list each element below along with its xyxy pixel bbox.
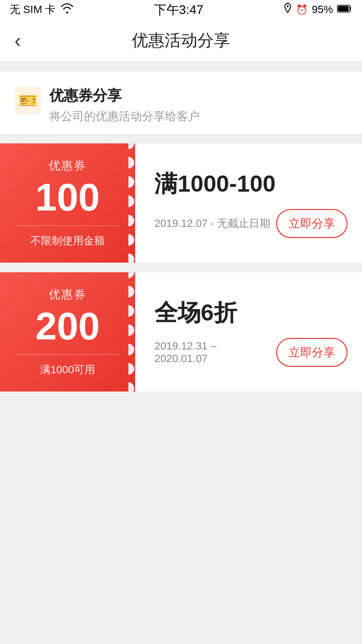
share-button-2[interactable]: 立即分享 bbox=[276, 338, 348, 367]
section-header: 🎫 优惠券分享 将公司的优惠活动分享给客户 bbox=[0, 71, 362, 134]
coupon-icon: 🎫 bbox=[18, 91, 38, 110]
coupon-date-1: 2019.12.07 - 无截止日期 bbox=[154, 216, 271, 231]
section-subtitle: 将公司的优惠活动分享给客户 bbox=[49, 109, 200, 124]
nav-title: 优惠活动分享 bbox=[132, 29, 230, 52]
coupon-right-1: 满1000-100 2019.12.07 - 无截止日期 立即分享 bbox=[135, 143, 362, 263]
empty-area bbox=[0, 411, 362, 604]
coupon-label-1: 优惠券 bbox=[49, 158, 86, 173]
section-icon: 🎫 bbox=[14, 87, 42, 114]
section-text-group: 优惠券分享 将公司的优惠活动分享给客户 bbox=[49, 86, 200, 124]
share-button-1[interactable]: 立即分享 bbox=[276, 209, 348, 238]
alarm-icon: ⏰ bbox=[296, 4, 308, 15]
coupon-bottom-row-2: 2019.12.31 – 2020.01.07 立即分享 bbox=[154, 338, 348, 367]
coupon-right-2: 全场6折 2019.12.31 – 2020.01.07 立即分享 bbox=[135, 272, 362, 392]
back-button[interactable]: ‹ bbox=[14, 31, 21, 50]
location-icon bbox=[283, 3, 292, 16]
battery-percent: 95% bbox=[312, 3, 333, 16]
coupon-bottom-row-1: 2019.12.07 - 无截止日期 立即分享 bbox=[154, 209, 348, 238]
status-right: ⏰ 95% bbox=[283, 3, 352, 16]
coupon-amount-1: 100 bbox=[35, 178, 99, 217]
section-title: 优惠券分享 bbox=[49, 86, 200, 106]
coupon-condition-1: 不限制使用金额 bbox=[30, 234, 105, 248]
coupon-card-1: 优惠券 100 不限制使用金额 满1000-100 2019.12.07 - 无… bbox=[0, 143, 362, 263]
svg-point-0 bbox=[287, 5, 289, 7]
coupon-list: 优惠券 100 不限制使用金额 满1000-100 2019.12.07 - 无… bbox=[0, 143, 362, 411]
coupon-name-1: 满1000-100 bbox=[154, 168, 348, 199]
wifi-icon bbox=[60, 3, 74, 16]
coupon-divider-2 bbox=[15, 354, 120, 355]
carrier-text: 无 SIM 卡 bbox=[10, 2, 56, 17]
status-bar: 无 SIM 卡 下午3:47 ⏰ 95% bbox=[0, 0, 362, 19]
coupon-amount-2: 200 bbox=[35, 307, 99, 346]
coupon-divider-1 bbox=[15, 225, 120, 226]
svg-rect-2 bbox=[338, 6, 349, 12]
status-time: 下午3:47 bbox=[154, 1, 204, 18]
coupon-condition-2: 满1000可用 bbox=[40, 363, 96, 377]
coupon-date-2: 2019.12.31 – 2020.01.07 bbox=[154, 340, 271, 365]
nav-bar: ‹ 优惠活动分享 bbox=[0, 19, 362, 62]
coupon-left-2: 优惠券 200 满1000可用 bbox=[0, 272, 135, 392]
status-left: 无 SIM 卡 bbox=[10, 2, 74, 17]
coupon-label-2: 优惠券 bbox=[49, 287, 86, 302]
coupon-card-2: 优惠券 200 满1000可用 全场6折 2019.12.31 – 2020.0… bbox=[0, 272, 362, 392]
coupon-left-1: 优惠券 100 不限制使用金额 bbox=[0, 143, 135, 263]
coupon-name-2: 全场6折 bbox=[154, 297, 348, 328]
battery-icon bbox=[337, 3, 352, 16]
gap-top bbox=[0, 62, 362, 71]
